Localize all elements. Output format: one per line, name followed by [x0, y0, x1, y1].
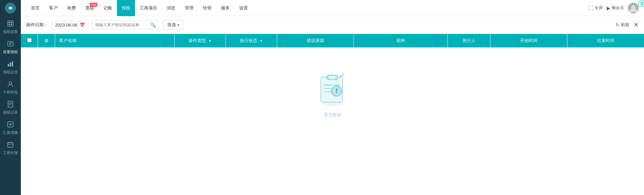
sidebar-item-tax-overview[interactable]: 报税总览	[0, 56, 21, 77]
svg-rect-22	[8, 143, 13, 147]
fullscreen-btn[interactable]: ⛶ 全屏	[589, 5, 603, 11]
sidebar-item-label: 汇算清缴	[3, 130, 18, 135]
sidebar-item-calc-pay[interactable]: 汇算清缴	[0, 117, 21, 137]
col-end-time: 结束时间	[567, 34, 644, 47]
nav-tax[interactable]: 报税	[117, 0, 135, 16]
sidebar-item-label: 报税记录	[3, 110, 18, 115]
sidebar-item-label: 工商年报	[3, 150, 18, 155]
svg-rect-11	[8, 64, 9, 67]
toolbar-right: ↻ 刷新 ✕	[615, 22, 639, 28]
sidebar-item-tax-record[interactable]: 报税记录	[0, 97, 21, 117]
gear-icon[interactable]: ⚙	[44, 38, 49, 43]
nav-settings[interactable]: 设置	[234, 0, 253, 16]
col-op-type: 操作类型 ▼	[174, 34, 225, 47]
empty-illustration	[312, 68, 353, 108]
nav-home[interactable]: 首页	[26, 0, 44, 16]
nav-service[interactable]: 服务	[216, 0, 234, 16]
batch-tax-icon	[6, 39, 15, 48]
search-input[interactable]	[95, 23, 149, 27]
nav-account[interactable]: 记账	[99, 0, 117, 16]
nav-business[interactable]: 工商项目	[135, 0, 162, 16]
chevron-down-icon: ▾	[177, 23, 179, 27]
sidebar-item-label: 批量报税	[3, 49, 18, 54]
sidebar-item-label: 报税设置	[3, 29, 18, 34]
member-btn[interactable]: ▶ 畅会员	[607, 5, 624, 11]
svg-point-14	[9, 82, 12, 84]
svg-line-38	[340, 74, 343, 77]
avatar-area: CE	[628, 3, 639, 13]
video-icon: ▶	[607, 5, 610, 11]
svg-rect-4	[11, 22, 12, 23]
annual-report-icon	[6, 140, 15, 149]
tax-overview-icon	[6, 59, 15, 69]
col-executor: 执行人	[447, 34, 490, 47]
svg-rect-6	[11, 24, 12, 25]
logo	[0, 0, 21, 16]
toolbar: 操作日期： 2023-06-06 📅 🔍 筛选 ▾ ↻ 刷新 ✕	[21, 16, 644, 34]
refresh-button[interactable]: ↻ 刷新	[615, 22, 630, 28]
nav-message[interactable]: 消息	[162, 0, 180, 16]
op-type-filter-icon[interactable]: ▼	[208, 39, 212, 43]
sidebar-item-batch-tax[interactable]: 批量报税	[0, 36, 21, 56]
svg-rect-24	[11, 142, 12, 143]
col-tax-type: 税种	[354, 34, 448, 47]
svg-rect-3	[9, 22, 10, 23]
main-area: 首页 客户 收费 票据 new 记账 报税 工商项目 消息 管理 经营	[21, 0, 644, 195]
col-gear: ⚙	[38, 34, 55, 47]
refresh-icon: ↻	[615, 22, 619, 28]
svg-rect-12	[10, 63, 11, 67]
svg-rect-13	[12, 62, 13, 67]
data-table: ⚙ 客户名称 操作类型 ▼ 执行状态 ▼	[21, 34, 644, 131]
tax-settings-icon	[6, 19, 15, 28]
nav-customer[interactable]: 客户	[44, 0, 62, 16]
col-exec-status: 执行状态 ▼	[226, 34, 277, 47]
sidebar-item-label: 报税总览	[3, 70, 18, 75]
user-avatar[interactable]	[628, 3, 639, 13]
sidebar-item-tax-settings[interactable]: 报税设置	[0, 16, 21, 36]
empty-text: 暂无数据	[324, 112, 341, 118]
table-container: ⚙ 客户名称 操作类型 ▼ 执行状态 ▼	[21, 34, 644, 195]
svg-rect-23	[9, 142, 10, 143]
personal-tax-icon	[6, 79, 15, 89]
svg-rect-36	[336, 88, 337, 91]
svg-marker-39	[343, 74, 344, 75]
topnav-right: ⛶ 全屏 ▶ 畅会员 CE	[589, 3, 639, 13]
exec-status-filter-icon[interactable]: ▼	[259, 39, 263, 43]
date-value: 2023-06-06	[55, 23, 78, 28]
content-area: 操作日期： 2023-06-06 📅 🔍 筛选 ▾ ↻ 刷新 ✕	[21, 16, 644, 195]
svg-point-1	[9, 7, 12, 9]
nav-invoice[interactable]: 票据 new	[81, 0, 99, 16]
ce-badge: CE	[638, 1, 644, 7]
close-button[interactable]: ✕	[634, 22, 639, 28]
col-checkbox	[21, 34, 38, 47]
nav-operation[interactable]: 经营	[198, 0, 216, 16]
search-icon[interactable]: 🔍	[150, 22, 156, 28]
sidebar-item-label: 个税申报	[3, 90, 18, 95]
sidebar-item-personal-tax[interactable]: 个税申报	[0, 77, 21, 97]
calc-pay-icon	[6, 120, 15, 129]
new-badge: new	[90, 3, 97, 7]
svg-rect-15	[8, 101, 13, 107]
calendar-icon: 📅	[80, 23, 85, 28]
svg-rect-2	[8, 21, 13, 26]
col-start-time: 开始时间	[490, 34, 567, 47]
svg-rect-31	[329, 76, 335, 79]
sidebar: 报税设置 批量报税 报税总览	[0, 0, 21, 195]
fullscreen-icon: ⛶	[589, 5, 593, 11]
date-picker[interactable]: 2023-06-06 📅	[52, 21, 88, 29]
tax-record-icon	[6, 100, 15, 109]
nav-collection[interactable]: 收费	[62, 0, 81, 16]
search-box: 🔍	[92, 21, 159, 29]
filter-button[interactable]: 筛选 ▾	[163, 20, 183, 30]
sidebar-item-annual-report[interactable]: 工商年报	[0, 137, 21, 157]
select-all-checkbox[interactable]	[27, 38, 32, 42]
top-navigation: 首页 客户 收费 票据 new 记账 报税 工商项目 消息 管理 经营	[21, 0, 644, 16]
col-name: 客户名称	[55, 34, 175, 47]
nav-manage[interactable]: 管理	[180, 0, 198, 16]
col-error-reason: 错误原因	[277, 34, 354, 47]
svg-point-37	[336, 92, 337, 93]
date-label: 操作日期：	[26, 22, 48, 28]
svg-rect-5	[9, 24, 10, 25]
empty-state: 暂无数据	[21, 47, 644, 131]
